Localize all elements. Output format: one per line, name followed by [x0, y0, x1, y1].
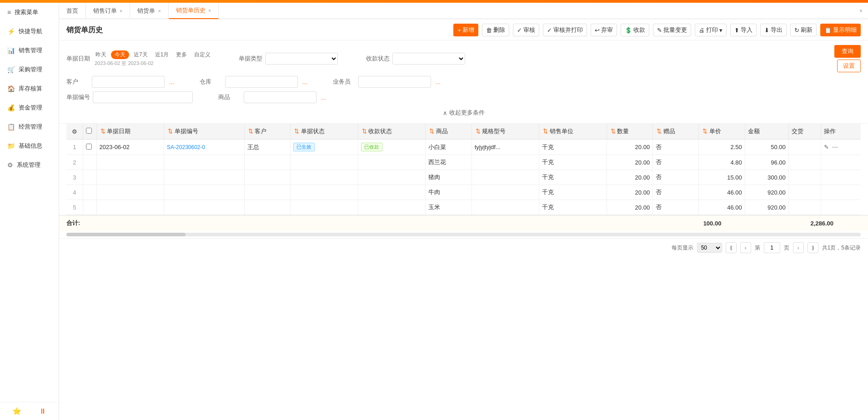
sidebar-item-finance[interactable]: 💰 资金管理: [0, 98, 59, 117]
refresh-button[interactable]: ↻ 刷新: [790, 24, 817, 36]
doc-no-link[interactable]: SA-20230602-0: [167, 144, 205, 150]
sidebar-item-sales[interactable]: 📊 销售管理: [0, 41, 59, 60]
tab-sales-history[interactable]: 销货单历史 ×: [169, 3, 219, 19]
col-goods[interactable]: ⇅ 商品: [426, 124, 472, 140]
row-qty: 20.00: [607, 185, 652, 200]
tab-sales-delivery[interactable]: 销货单 ×: [130, 3, 168, 19]
col-qty[interactable]: ⇅ 数量: [607, 124, 652, 140]
shortcut-more[interactable]: 更多: [173, 50, 190, 59]
sidebar-star-icon[interactable]: ⭐: [12, 407, 21, 415]
page-number-input[interactable]: [764, 242, 780, 253]
shortcut-7days[interactable]: 近7天: [131, 50, 151, 59]
goods-dots[interactable]: ...: [321, 94, 326, 101]
col-checkbox[interactable]: [83, 124, 96, 140]
customer-dots[interactable]: ...: [169, 79, 174, 85]
col-settings[interactable]: ⚙: [66, 124, 83, 140]
sidebar-item-operations[interactable]: 📋 经营管理: [0, 117, 59, 136]
tab-bar: 首页 销售订单 × 销货单 × 销货单历史 × ×: [59, 3, 868, 19]
shortcut-yesterday[interactable]: 昨天: [93, 50, 109, 59]
customer-input[interactable]: [92, 76, 165, 88]
tab-sales-order-close[interactable]: ×: [120, 3, 122, 19]
row-number: 5: [66, 200, 83, 215]
edit-icon[interactable]: ✎: [824, 144, 829, 150]
sidebar-item-quicknav[interactable]: ⚡ 快捷导航: [0, 22, 59, 41]
scrollbar-thumb[interactable]: [66, 233, 186, 236]
sidebar-item-inventory[interactable]: 🏠 库存核算: [0, 79, 59, 98]
prev-page-btn[interactable]: ‹: [740, 242, 751, 253]
row-checkbox[interactable]: [83, 185, 96, 200]
tab-sales-delivery-label: 销货单: [137, 3, 155, 19]
row-doc-no: SA-20230602-0: [164, 140, 245, 155]
shortcut-1month[interactable]: 近1月: [152, 50, 172, 59]
import-button[interactable]: ⬆ 导入: [730, 24, 757, 36]
sort-price-icon: ⇅: [702, 128, 707, 135]
first-page-btn[interactable]: ⟪: [726, 242, 737, 253]
sidebar-item-finance-label: 资金管理: [19, 104, 42, 112]
date-filter-label: 单据日期: [66, 55, 90, 63]
shortcut-today[interactable]: 今天: [111, 50, 129, 59]
select-all-checkbox[interactable]: [86, 128, 92, 134]
sidebar-pause-icon[interactable]: ⏸: [39, 407, 46, 415]
payment-status-label: 收款状态: [366, 55, 390, 63]
collapse-btn[interactable]: ∧ 收起更多条件: [66, 107, 861, 119]
row-checkbox[interactable]: [83, 200, 96, 215]
sidebar-item-sys-mgmt[interactable]: ⚙ 系统管理: [0, 155, 59, 175]
audit-button[interactable]: ✓ 审核: [513, 24, 539, 36]
col-customer[interactable]: ⇅ 客户: [244, 124, 290, 140]
search-menu-icon: ≡: [7, 9, 11, 16]
col-doc-no[interactable]: ⇅ 单据编号: [164, 124, 245, 140]
col-spec[interactable]: ⇅ 规格型号: [472, 124, 539, 140]
row-checkbox[interactable]: [83, 155, 96, 170]
sidebar-item-sys-mgmt-label: 系统管理: [17, 161, 40, 169]
warehouse-label: 仓库: [200, 78, 222, 86]
doc-type-select[interactable]: [265, 53, 338, 65]
delete-button[interactable]: 🗑 删除: [482, 24, 509, 36]
settings-button[interactable]: 设置: [837, 60, 861, 72]
row-checkbox[interactable]: [83, 140, 96, 155]
last-page-btn[interactable]: ⟫: [808, 242, 818, 253]
shortcut-custom[interactable]: 自定义: [191, 50, 213, 59]
goods-input[interactable]: [244, 91, 316, 103]
collect-button[interactable]: 💲 收款: [621, 24, 649, 36]
discard-button[interactable]: ↩ 弃审: [591, 24, 617, 36]
print-button[interactable]: 🖨 打印 ▾: [695, 24, 727, 36]
close-all-tabs[interactable]: ×: [854, 8, 868, 14]
row-checkbox[interactable]: [83, 170, 96, 185]
col-date[interactable]: ⇅ 单据日期: [96, 124, 164, 140]
tab-sales-order-label: 销售订单: [93, 3, 117, 19]
show-detail-button[interactable]: 📋 显示明细: [820, 24, 861, 36]
tab-home[interactable]: 首页: [59, 3, 86, 19]
col-doc-status[interactable]: ⇅ 单据状态: [291, 124, 358, 140]
row-date: [96, 200, 164, 215]
row-number: 1: [66, 140, 83, 155]
sort-unit-icon: ⇅: [543, 128, 548, 135]
horizontal-scrollbar[interactable]: [59, 231, 868, 238]
salesperson-input[interactable]: [358, 76, 431, 88]
col-pay-status[interactable]: ⇅ 收款状态: [358, 124, 426, 140]
sidebar-item-search[interactable]: ≡ 搜索菜单: [0, 3, 59, 22]
tab-sales-history-close[interactable]: ×: [208, 3, 211, 19]
row-check[interactable]: [86, 144, 92, 150]
next-page-btn[interactable]: ›: [793, 242, 804, 253]
export-button[interactable]: ⬇ 导出: [760, 24, 787, 36]
tab-sales-order[interactable]: 销售订单 ×: [86, 3, 130, 19]
per-page-select[interactable]: 50 100 200: [697, 243, 722, 253]
payment-status-select[interactable]: [392, 53, 465, 65]
audit-print-button[interactable]: ✓ 审核并打印: [543, 24, 587, 36]
warehouse-input[interactable]: [225, 76, 298, 88]
doc-no-input[interactable]: [93, 91, 193, 103]
warehouse-dots[interactable]: ...: [302, 79, 307, 85]
sidebar-item-basic-info[interactable]: 📁 基础信息: [0, 136, 59, 155]
col-gift[interactable]: ⇅ 赠品: [653, 124, 699, 140]
batch-change-button[interactable]: ✎ 批量变更: [653, 24, 691, 36]
tab-sales-delivery-close[interactable]: ×: [158, 3, 161, 19]
query-button[interactable]: 查询: [834, 45, 861, 58]
new-button[interactable]: + 新增: [453, 24, 478, 36]
sidebar-item-purchase[interactable]: 🛒 采购管理: [0, 60, 59, 79]
salesperson-dots[interactable]: ...: [436, 79, 441, 85]
jump-label: 第: [755, 244, 760, 252]
col-price[interactable]: ⇅ 单价: [699, 124, 745, 140]
row-doc-status: [291, 170, 358, 185]
more-icon[interactable]: ⋯: [832, 144, 838, 150]
col-unit[interactable]: ⇅ 销售单位: [539, 124, 607, 140]
